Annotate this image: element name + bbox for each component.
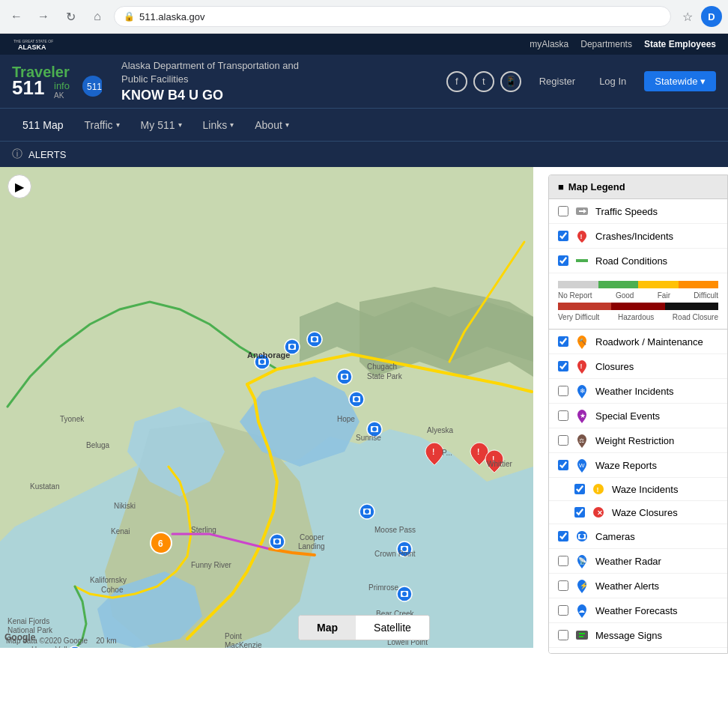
nav-about[interactable]: About ▾ <box>244 109 300 142</box>
road-labels-1: No Report Good Fair Difficult <box>558 291 718 300</box>
svg-text:Sunrise: Sunrise <box>356 434 381 442</box>
svg-point-28 <box>372 427 377 431</box>
legend-item-road-conditions[interactable]: Road Conditions <box>549 249 727 273</box>
legend-item-roadwork[interactable]: 🔨 Roadwork / Maintenance <box>549 330 727 354</box>
special-events-checkbox[interactable] <box>558 410 568 421</box>
legend-title: Map Legend <box>568 181 625 192</box>
myalaska-link[interactable]: myAlaska <box>530 39 568 49</box>
nav-my511[interactable]: My 511 ▾ <box>130 109 192 142</box>
waze-incidents-checkbox[interactable] <box>574 484 585 494</box>
svg-text:Alyeska: Alyeska <box>427 426 453 434</box>
legend-item-weather-alerts[interactable]: ⚡ Weather Alerts <box>549 574 727 598</box>
logo-section: Traveler 511 info AK 511 <box>12 61 109 103</box>
road-conditions-checkbox[interactable] <box>558 255 568 266</box>
back-button[interactable]: ← <box>6 6 27 27</box>
traffic-speeds-checkbox[interactable] <box>558 206 568 216</box>
crashes-icon: ! <box>574 228 589 243</box>
roadwork-label: Roadwork / Maintenance <box>595 336 718 348</box>
svg-text:Sterling: Sterling <box>191 526 216 534</box>
closures-checkbox[interactable] <box>558 361 568 371</box>
nav-links[interactable]: Links ▾ <box>192 109 245 142</box>
svg-text:✕: ✕ <box>597 509 603 517</box>
alaska-logo: THE GREAT STATE OF ALASKA <box>12 37 57 52</box>
svg-text:!: ! <box>597 486 599 494</box>
weight-restriction-checkbox[interactable] <box>558 435 568 446</box>
forward-button[interactable]: → <box>33 6 54 27</box>
facebook-icon[interactable]: f <box>446 71 467 92</box>
dept-line2: Public Facilities <box>121 73 434 86</box>
header-right: Register Log In Statewide ▾ <box>533 71 716 91</box>
roadwork-icon: 🔨 <box>574 334 589 349</box>
legend-item-cameras[interactable]: Cameras <box>549 524 727 549</box>
legend-item-weather-incidents[interactable]: ❄ Weather Incidents <box>549 379 727 404</box>
legend-item-special-events[interactable]: ★ Special Events <box>549 404 727 428</box>
svg-text:State Park: State Park <box>367 372 403 380</box>
road-closure-seg <box>665 303 718 310</box>
avatar-button[interactable]: D <box>701 6 722 27</box>
road-condition-bar-1 <box>558 281 718 288</box>
legend-item-weather-forecasts[interactable]: ☁ Weather Forecasts <box>549 598 727 623</box>
map-background[interactable]: ! ! ! 6 Anchorage Chugach State Park Hop… <box>0 167 533 648</box>
nav-511map[interactable]: 511 Map <box>12 109 73 142</box>
twitter-icon[interactable]: t <box>473 71 494 92</box>
legend-item-crashes[interactable]: ! Crashes/Incidents <box>549 224 727 249</box>
waze-closures-checkbox[interactable] <box>574 507 585 518</box>
waze-reports-checkbox[interactable] <box>558 460 568 470</box>
roadwork-checkbox[interactable] <box>558 336 568 347</box>
weather-incidents-icon: ❄ <box>574 383 589 398</box>
crashes-label: Crashes/Incidents <box>595 231 718 242</box>
legend-header[interactable]: ■ Map Legend <box>549 175 727 199</box>
road-closure-label: Road Closure <box>673 313 718 321</box>
cameras-icon <box>574 529 589 544</box>
bookmark-button[interactable]: ☆ <box>677 6 698 27</box>
login-button[interactable]: Log In <box>593 73 632 90</box>
waze-incidents-label: Waze Incidents <box>612 484 718 495</box>
cameras-checkbox[interactable] <box>558 531 568 541</box>
svg-text:511: 511 <box>87 82 102 92</box>
camera-pin-5 <box>349 392 364 407</box>
refresh-button[interactable]: ↻ <box>60 6 81 27</box>
legend-item-mile-markers[interactable]: M Mile Markers <box>549 648 727 654</box>
closures-icon: ! <box>574 359 589 374</box>
legend-item-traffic-speeds[interactable]: Traffic Speeds <box>549 199 727 224</box>
map-view-button[interactable]: Map <box>299 616 356 640</box>
map-container: ! ! ! 6 Anchorage Chugach State Park Hop… <box>0 167 728 648</box>
alaska-state-seal: THE GREAT STATE OF ALASKA <box>12 37 57 52</box>
waze-closures-icon: ✕ <box>591 505 606 520</box>
legend-item-closures[interactable]: ! Closures <box>549 354 727 379</box>
legend-sub-item-waze-closures[interactable]: ✕ Waze Closures <box>549 501 727 524</box>
weather-alerts-checkbox[interactable] <box>558 580 568 591</box>
address-bar[interactable]: 🔒 511.alaska.gov <box>114 6 671 27</box>
svg-point-31 <box>365 509 369 514</box>
legend-item-weight[interactable]: ⚖ Weight Restriction <box>549 428 727 453</box>
svg-point-13 <box>260 359 264 364</box>
legend-item-message-signs[interactable]: Message Signs <box>549 623 727 648</box>
weather-forecasts-checkbox[interactable] <box>558 605 568 616</box>
legend-item-weather-radar[interactable]: 📡 Weather Radar <box>549 549 727 574</box>
departments-link[interactable]: Departments <box>580 39 632 49</box>
weather-incidents-checkbox[interactable] <box>558 386 568 396</box>
browser-toolbar: ← → ↻ ⌂ 🔒 511.alaska.gov ☆ D <box>0 0 728 33</box>
very-difficult-seg <box>558 303 611 310</box>
message-signs-checkbox[interactable] <box>558 630 568 640</box>
legend-sub-item-waze-incidents[interactable]: ! Waze Incidents <box>549 478 727 501</box>
statewide-button[interactable]: Statewide ▾ <box>644 71 716 91</box>
fair-label: Fair <box>658 291 670 300</box>
waze-reports-icon: W <box>574 458 589 473</box>
weather-radar-checkbox[interactable] <box>558 556 568 566</box>
mile-markers-icon: M <box>574 652 589 654</box>
mobile-icon[interactable]: 📱 <box>500 71 521 92</box>
weather-radar-icon: 📡 <box>574 553 589 568</box>
nav-traffic[interactable]: Traffic ▾ <box>73 109 130 142</box>
legend-item-waze[interactable]: W Waze Reports <box>549 453 727 478</box>
svg-text:Crown Point: Crown Point <box>374 550 416 558</box>
register-button[interactable]: Register <box>533 73 581 90</box>
satellite-view-button[interactable]: Satellite <box>356 616 429 640</box>
svg-text:Cooper: Cooper <box>300 533 324 541</box>
traffic-speeds-icon <box>574 204 589 219</box>
home-button[interactable]: ⌂ <box>87 6 108 27</box>
special-events-label: Special Events <box>595 410 718 422</box>
crashes-checkbox[interactable] <box>558 231 568 241</box>
top-bar: THE GREAT STATE OF ALASKA myAlaska Depar… <box>0 34 728 55</box>
state-employees-link[interactable]: State Employees <box>644 39 716 49</box>
